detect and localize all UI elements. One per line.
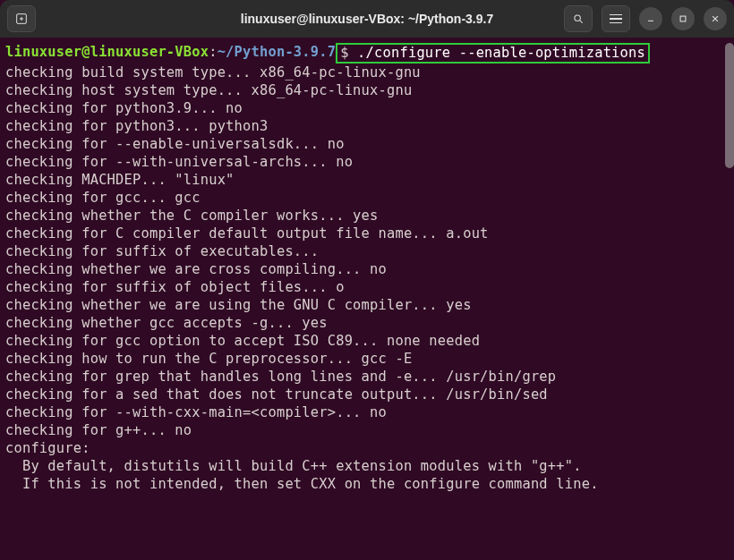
output-line: checking for g++... no [5,421,730,439]
command-text: ./configure --enable-optimizations [349,45,645,61]
output-line: checking whether gcc accepts -g... yes [5,314,730,332]
svg-rect-6 [680,16,686,21]
close-button[interactable] [704,7,727,30]
titlebar-left [7,5,36,32]
output-line: checking build system type... x86_64-pc-… [5,64,730,81]
prompt-user-host: linuxuser@linuxuser-VBox [5,43,209,61]
titlebar-right [564,5,727,32]
titlebar: linuxuser@linuxuser-VBox: ~/Python-3.9.7 [0,0,734,38]
scrollbar[interactable] [725,43,734,168]
prompt-line: linuxuser@linuxuser-VBox:~/Python-3.9.7$… [5,43,730,64]
output-line: checking for a sed that does not truncat… [5,386,730,403]
output-line: checking for grep that handles long line… [5,368,730,386]
hamburger-icon [610,14,622,24]
minimize-button[interactable] [639,7,662,30]
prompt-colon: : [209,43,217,61]
svg-line-4 [580,21,583,23]
output-line: checking for --enable-universalsdk... no [5,135,730,153]
output-line: checking for gcc... gcc [5,189,730,207]
output-line: If this is not intended, then set CXX on… [5,475,730,493]
output-line: checking for suffix of executables... [5,242,730,260]
new-tab-button[interactable] [7,5,36,32]
window-title: linuxuser@linuxuser-VBox: ~/Python-3.9.7 [241,12,493,26]
output-line: checking whether the C compiler works...… [5,207,730,225]
output-line: checking MACHDEP... "linux" [5,171,730,189]
output-line: checking for suffix of object files... o [5,278,730,296]
output-line: checking host system type... x86_64-pc-l… [5,81,730,99]
output-line: checking for python3.9... no [5,99,730,117]
terminal[interactable]: linuxuser@linuxuser-VBox:~/Python-3.9.7$… [0,38,734,560]
prompt-dollar: $ [340,45,348,61]
menu-button[interactable] [602,5,630,32]
output-line: By default, distutils will build C++ ext… [5,457,730,475]
output-line: checking for --with-cxx-main=<compiler>.… [5,403,730,421]
output-line: checking for gcc option to accept ISO C8… [5,332,730,350]
maximize-button[interactable] [671,7,695,30]
output-line: checking for C compiler default output f… [5,225,730,242]
prompt-path: ~/Python-3.9.7 [218,43,337,61]
command-highlight: $ ./configure --enable-optimizations [336,43,650,64]
output-line: checking for --with-universal-archs... n… [5,153,730,171]
svg-point-3 [575,15,580,21]
output-line: checking for python3... python3 [5,117,730,135]
output-line: checking how to run the C preprocessor..… [5,350,730,368]
output-line: configure: [5,439,730,457]
search-button[interactable] [564,5,593,32]
output-line: checking whether we are using the GNU C … [5,296,730,314]
output-line: checking whether we are cross compiling.… [5,260,730,278]
